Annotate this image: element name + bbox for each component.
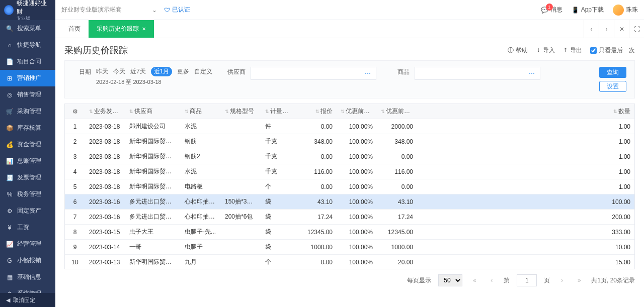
menu-icon: 📦 <box>6 125 13 132</box>
pager-last[interactable]: » <box>574 275 584 285</box>
col-header[interactable]: ⇅业务发生… <box>85 104 125 119</box>
chevron-down-icon: ⌄ <box>152 7 157 14</box>
more-icon[interactable]: ⋯ <box>529 70 536 77</box>
date-label: 日期 <box>73 67 91 76</box>
import-link[interactable]: ⤓导入 <box>536 46 555 55</box>
last-only-checkbox[interactable]: 只看最后一次 <box>590 46 635 55</box>
col-header[interactable]: ⇅数量 <box>417 104 634 119</box>
col-header[interactable]: ⇅优惠前折… <box>337 104 377 119</box>
menu-icon: G <box>6 257 13 264</box>
tab-purchase-price-history[interactable]: 采购历史价跟踪 ✕ <box>89 20 154 38</box>
sidebar-item-label: 项目合同 <box>17 57 41 66</box>
table-row[interactable]: 62023-03-16多元进出口贸易有限...心相印抽纸 ...150抽*3包.… <box>65 194 634 210</box>
menu-icon: 🔍 <box>6 25 13 32</box>
table-row[interactable]: 72023-03-16多元进出口贸易有限...心相印抽纸 ...200抽*6包袋… <box>65 210 634 225</box>
menu-icon: % <box>6 191 13 198</box>
sidebar-item-11[interactable]: ⚙固定资产 <box>0 202 55 219</box>
org-selector[interactable]: 好业财专业版演示帐套 ⌄ <box>61 6 157 14</box>
table-row[interactable]: 52023-03-18新华明国际贸易有限...电路板个0.00100.00%0.… <box>65 179 634 194</box>
user-name: 珠珠 <box>626 6 638 14</box>
app-download-button[interactable]: 📱 App下载 <box>572 6 604 14</box>
export-icon: ⤒ <box>563 47 568 54</box>
col-header[interactable]: ⇅规格型号 <box>221 104 261 119</box>
tab-close-icon[interactable]: ✕ <box>142 26 146 32</box>
date-opt-0[interactable]: 昨天 <box>96 67 108 76</box>
tab-home[interactable]: 首页 <box>60 20 89 38</box>
tab-close-all-button[interactable]: ✕ <box>614 20 629 38</box>
sidebar-item-8[interactable]: 📊总账管理 <box>0 153 55 169</box>
sidebar-item-3[interactable]: ⊞营销推广 <box>0 70 55 86</box>
pager: 每页显示 50 « ‹ 第 页 › » 共1页, 20条记录 <box>64 274 635 286</box>
sidebar-item-2[interactable]: 📄项目合同 <box>0 53 55 70</box>
sidebar-item-10[interactable]: %税务管理 <box>0 186 55 202</box>
sidebar-item-label: 发票管理 <box>17 173 41 182</box>
date-opt-3[interactable]: 近1月 <box>151 67 173 76</box>
col-header[interactable]: ⇅优惠前单价 <box>377 104 417 119</box>
sidebar-item-5[interactable]: 🛒采购管理 <box>0 103 55 120</box>
menu-icon: ▦ <box>6 274 13 281</box>
fullscreen-button[interactable]: ⛶ <box>629 20 644 38</box>
date-opt-1[interactable]: 今天 <box>113 67 125 76</box>
date-opt-4[interactable]: 更多 <box>177 67 189 76</box>
query-button[interactable]: 查询 <box>599 67 626 78</box>
date-opt-5[interactable]: 自定义 <box>194 67 212 76</box>
topbar: 好业财专业版演示帐套 ⌄ 🛡 已认证 💬 1 消息 📱 App下载 <box>55 0 644 20</box>
goods-label: 商品 <box>391 67 410 76</box>
table-row[interactable]: 102023-03-13新华明国际贸易有限...九月个0.00100.00%20… <box>65 255 634 270</box>
sidebar-item-15[interactable]: ▦基础信息 <box>0 269 55 285</box>
goods-lookup[interactable]: ⋯ <box>415 67 540 80</box>
page-input[interactable] <box>517 274 537 286</box>
help-link[interactable]: ⓘ帮助 <box>508 46 528 55</box>
pager-first[interactable]: « <box>469 275 479 285</box>
table-row[interactable]: 32023-03-18新华明国际贸易有限...钢筋2千克0.00100.00%0… <box>65 149 634 164</box>
page-header: 采购历史价跟踪 ⓘ帮助 ⤓导入 ⤒导出 只看最后一次 <box>55 38 644 60</box>
pager-next[interactable]: › <box>557 275 567 285</box>
col-header[interactable]: ⇅商品 <box>181 104 221 119</box>
sidebar-item-14[interactable]: G小畅报销 <box>0 252 55 269</box>
table-row[interactable]: 42023-03-18新华明国际贸易有限...水泥千克116.00100.00%… <box>65 164 634 179</box>
sidebar-item-1[interactable]: ⌂快捷导航 <box>0 37 55 53</box>
tab-prev-button[interactable]: ‹ <box>584 20 599 38</box>
org-name: 好业财专业版演示帐套 <box>61 6 122 14</box>
sidebar-item-label: 小畅报销 <box>17 256 41 265</box>
sidebar-item-6[interactable]: 📦库存核算 <box>0 120 55 136</box>
date-opt-2[interactable]: 近7天 <box>130 67 146 76</box>
sidebar-item-16[interactable]: ⚙系统管理 <box>0 285 55 293</box>
col-header[interactable]: ⇅计量单位 <box>261 104 296 119</box>
table-row[interactable]: 22023-03-18新华明国际贸易有限...钢筋千克348.00100.00%… <box>65 134 634 149</box>
col-header[interactable]: ⇅报价 <box>296 104 337 119</box>
more-icon[interactable]: ⋯ <box>365 70 372 77</box>
sidebar-item-9[interactable]: 🧾发票管理 <box>0 169 55 186</box>
supplier-lookup[interactable]: ⋯ <box>251 67 376 80</box>
col-header[interactable]: ⇅供应商 <box>125 104 181 119</box>
export-link[interactable]: ⤒导出 <box>563 46 582 55</box>
supplier-label: 供应商 <box>227 67 246 76</box>
sidebar-item-0[interactable]: 🔍搜索菜单 <box>0 20 55 37</box>
sidebar-item-4[interactable]: ◎销售管理 <box>0 86 55 103</box>
help-icon: ⓘ <box>508 46 514 55</box>
table-row[interactable]: 12023-03-18郑州建设公司水泥件0.00100.00%2000.001.… <box>65 119 634 134</box>
sidebar-item-13[interactable]: 📈经营管理 <box>0 236 55 252</box>
tab-bar: 首页 采购历史价跟踪 ✕ ‹ › ✕ ⛶ <box>55 20 644 38</box>
user-menu[interactable]: 珠珠 <box>613 5 638 16</box>
table-row[interactable]: 92023-03-14一哥虫腿子袋1000.00100.00%1000.0010… <box>65 240 634 255</box>
messages-button[interactable]: 💬 1 消息 <box>541 6 562 14</box>
per-page-label: 每页显示 <box>407 276 431 285</box>
menu-icon: ◎ <box>6 91 13 98</box>
gear-icon[interactable]: ⚙ <box>72 108 78 115</box>
page-size-select[interactable]: 50 <box>438 274 462 286</box>
sidebar-unpin[interactable]: ◀ 取消固定 <box>0 293 55 307</box>
table-row[interactable]: 82023-03-15虫子大王虫腿子-先...袋12345.00100.00%1… <box>65 225 634 240</box>
brand-logo: 畅捷通好业财 专业版 <box>0 0 55 20</box>
data-table[interactable]: ⚙⇅业务发生…⇅供应商⇅商品⇅规格型号⇅计量单位⇅报价⇅优惠前折…⇅优惠前单价⇅… <box>64 104 635 269</box>
last-only-input[interactable] <box>590 47 597 54</box>
tab-next-button[interactable]: › <box>599 20 614 38</box>
menu-icon: 📄 <box>6 58 13 65</box>
pin-icon: ◀ <box>6 297 10 303</box>
menu-icon: ⚙ <box>6 208 13 215</box>
settings-button[interactable]: 设置 <box>599 81 626 92</box>
sidebar-item-12[interactable]: ¥工资 <box>0 219 55 236</box>
sidebar-item-7[interactable]: 💰资金管理 <box>0 136 55 153</box>
col-header[interactable]: ⚙ <box>65 104 85 119</box>
pager-prev[interactable]: ‹ <box>487 275 497 285</box>
